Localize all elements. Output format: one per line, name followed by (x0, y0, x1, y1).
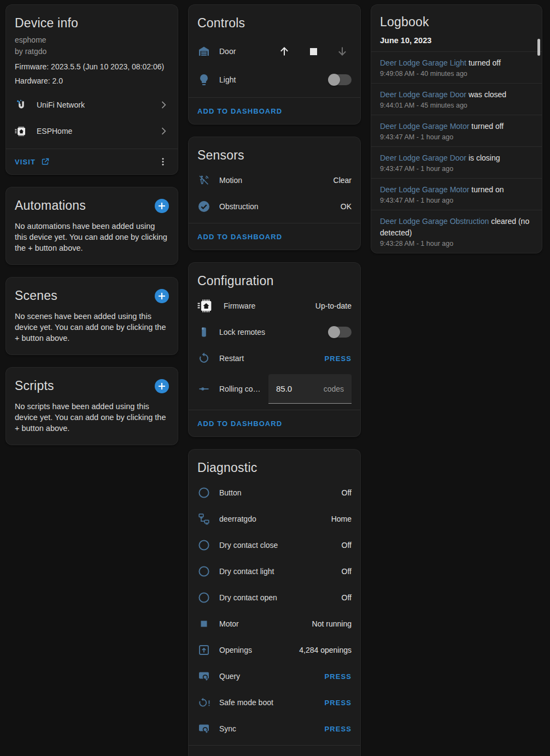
diagnostic-label: Motor (219, 619, 303, 628)
scripts-title: Scripts (15, 379, 54, 393)
device-manufacturer: by ratgdo (6, 45, 178, 57)
restart-press-button[interactable]: PRESS (324, 355, 352, 363)
unifi-logo-icon (15, 98, 28, 111)
diagnostic-label: Dry contact close (219, 541, 333, 550)
integration-link-esphome[interactable]: ESPHome (6, 118, 178, 144)
sensors-actions: ADD TO DASHBOARD (189, 223, 360, 250)
scripts-card: Scripts No scripts have been added using… (5, 367, 178, 445)
logbook-entry: Deer Lodge Garage Door was closed 9:44:0… (371, 84, 542, 115)
kebab-menu-icon (158, 157, 168, 167)
logbook-entity-link[interactable]: Deer Lodge Garage Motor (380, 185, 469, 194)
door-label: Door (219, 47, 269, 56)
add-automation-button[interactable] (155, 199, 169, 213)
logbook-timestamp: 9:43:47 AM - 1 hour ago (380, 133, 533, 141)
logbook-entity-link[interactable]: Deer Lodge Garage Motor (380, 122, 469, 131)
visit-button[interactable]: VISIT (15, 157, 50, 167)
light-toggle[interactable] (329, 74, 352, 85)
diagnostic-label: Sync (219, 724, 315, 733)
add-scene-button[interactable] (155, 289, 169, 303)
motion-sensor-icon (197, 174, 210, 187)
sensor-value: Clear (333, 176, 352, 185)
diagnostic-row-motor[interactable]: Motor Not running (189, 611, 360, 637)
lock-remotes-toggle[interactable] (329, 327, 352, 338)
door-buttons (278, 45, 352, 58)
check-circle-icon (197, 200, 210, 213)
sensors-title: Sensors (197, 148, 244, 163)
circle-outline-icon (197, 486, 210, 499)
integration-label: ESPHome (37, 127, 149, 135)
related-integrations: UniFi Network (6, 85, 178, 144)
logbook-entity-link[interactable]: Deer Lodge Garage Door (380, 90, 466, 99)
diagnostic-row-dry-contact-light[interactable]: Dry contact light Off (189, 558, 360, 584)
diagnostic-label: Dry contact light (219, 567, 333, 576)
left-column: Device info esphome by ratgdo Firmware: … (5, 4, 178, 445)
diagnostic-header: Diagnostic (189, 450, 360, 480)
diagnostic-row-safe-mode-boot: Safe mode boot PRESS (189, 689, 360, 716)
automations-header: Automations (6, 187, 178, 220)
toggle-knob (328, 74, 340, 86)
diagnostic-row-dry-contact-open[interactable]: Dry contact open Off (189, 584, 360, 611)
door-close-button[interactable] (336, 45, 349, 58)
diagnostic-row-dry-contact-close[interactable]: Dry contact close Off (189, 532, 360, 558)
integration-link-unifi[interactable]: UniFi Network (6, 92, 178, 118)
circle-outline-icon (197, 539, 210, 552)
logbook-timestamp: 9:43:47 AM - 1 hour ago (380, 197, 533, 204)
scenes-card: Scenes No scenes have been added using t… (5, 277, 178, 355)
sensor-row-motion[interactable]: Motion Clear (189, 167, 360, 193)
logbook-entity-link[interactable]: Deer Lodge Garage Door (380, 153, 466, 162)
diagnostic-label: Safe mode boot (219, 698, 315, 707)
sensor-row-obstruction[interactable]: Obstruction OK (189, 193, 360, 220)
logbook-timestamp: 9:44:01 AM - 45 minutes ago (380, 102, 533, 109)
configuration-title: Configuration (197, 274, 273, 288)
scenes-title: Scenes (15, 288, 57, 303)
add-to-dashboard-button[interactable]: ADD TO DASHBOARD (197, 233, 282, 241)
diagnostic-label: Button (219, 488, 333, 497)
light-control-row: Light (189, 66, 360, 94)
diagnostic-value: Off (342, 488, 352, 497)
diagnostic-row-deerratgdo[interactable]: deerratgdo Home (189, 506, 360, 532)
diagnostic-value: 4,284 openings (299, 646, 352, 654)
add-script-button[interactable] (155, 379, 169, 393)
controls-actions: ADD TO DASHBOARD (189, 97, 360, 124)
add-to-dashboard-button[interactable]: ADD TO DASHBOARD (197, 420, 282, 428)
config-label: Restart (219, 354, 315, 363)
toggle-knob (328, 326, 340, 338)
box-up-arrow-icon (197, 643, 210, 657)
chevron-right-icon (158, 99, 169, 110)
sensor-label: Obstruction (219, 202, 332, 211)
add-to-dashboard-button[interactable]: ADD TO DASHBOARD (197, 107, 282, 115)
logbook-timestamp: 9:43:28 AM - 1 hour ago (380, 240, 533, 247)
logbook-card: Logbook June 10, 2023 Deer Lodge Garage … (371, 4, 542, 253)
device-info-actions: VISIT (6, 149, 178, 174)
door-open-button[interactable] (278, 45, 291, 58)
chevron-right-icon (158, 126, 169, 137)
integration-label: UniFi Network (37, 101, 149, 109)
middle-column: Controls Door (188, 4, 361, 756)
rolling-code-input[interactable] (276, 384, 320, 393)
logbook-scrollbar-thumb[interactable] (537, 39, 540, 56)
diagnostic-label: deerratgdo (219, 515, 323, 523)
logbook-event-text: is closing (469, 153, 500, 162)
device-hardware-version: Hardware: 2.0 (6, 71, 178, 85)
config-row-firmware[interactable]: Firmware Up-to-date (189, 293, 360, 319)
sensor-value: OK (341, 202, 352, 211)
door-stop-button[interactable] (307, 45, 320, 58)
safe-mode-boot-press-button[interactable]: PRESS (324, 699, 352, 707)
remote-icon (197, 326, 210, 339)
diagnostic-row-button[interactable]: Button Off (189, 480, 360, 506)
circle-outline-icon (197, 591, 210, 604)
logbook-entry: Deer Lodge Garage Obstruction cleared (n… (371, 210, 542, 253)
device-menu-button[interactable] (157, 156, 169, 168)
rolling-code-field: codes (268, 374, 352, 404)
diagnostic-value: Off (342, 541, 352, 550)
automations-empty-text: No automations have been added using thi… (6, 220, 178, 264)
diagnostic-label: Query (219, 672, 315, 681)
logbook-entity-link[interactable]: Deer Lodge Garage Light (380, 58, 466, 67)
query-press-button[interactable]: PRESS (324, 672, 352, 681)
logbook-entity-link[interactable]: Deer Lodge Garage Obstruction (380, 217, 489, 226)
sync-press-button[interactable]: PRESS (324, 725, 352, 733)
stop-icon (310, 48, 317, 55)
logbook-title: Logbook (380, 15, 429, 29)
diagnostic-row-openings[interactable]: Openings 4,284 openings (189, 637, 360, 663)
plus-icon (155, 289, 169, 303)
